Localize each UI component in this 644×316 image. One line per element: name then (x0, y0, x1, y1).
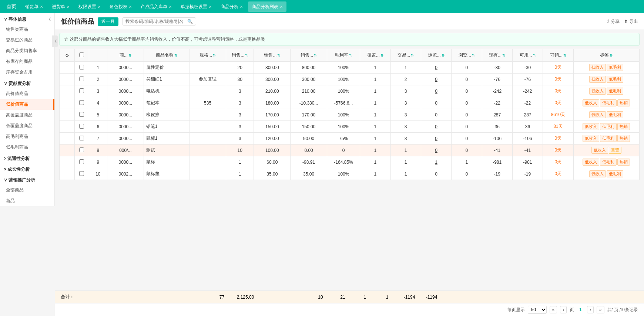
row-select-checkbox[interactable] (79, 65, 84, 69)
row-checkbox[interactable] (75, 62, 89, 74)
col-view1[interactable]: 浏览...⇅ (421, 49, 451, 62)
nav-close-analysis[interactable]: ✕ (240, 5, 243, 9)
nav-close-purchase[interactable]: ✕ (67, 5, 70, 9)
sidebar-item-stock-goods[interactable]: 有库存的商品 (0, 56, 54, 67)
sidebar-item-high-value[interactable]: 高价值商品 (0, 88, 54, 99)
sidebar-item-high-gross[interactable]: 高毛利商品 (0, 131, 54, 142)
row-gear[interactable] (60, 121, 75, 133)
nav-close-permission[interactable]: ✕ (98, 5, 101, 9)
export-button[interactable]: ⬆ 导出 (624, 18, 638, 25)
row-select-checkbox[interactable] (79, 136, 84, 140)
view1-link[interactable]: 0 (435, 171, 437, 177)
nav-close-analysis-list[interactable]: ✕ (280, 5, 283, 9)
view1-link[interactable]: 0 (435, 101, 437, 106)
sidebar-item-traded-goods[interactable]: 交易过的商品 (0, 35, 54, 45)
col-avail[interactable]: 可用...⇅ (512, 49, 543, 62)
row-view1[interactable]: 0 (421, 97, 451, 109)
row-view1[interactable]: 0 (421, 85, 451, 97)
row-gear[interactable] (60, 109, 75, 121)
sidebar-section-marketing[interactable]: ∨ 营销推广分析 (0, 174, 54, 185)
col-checkbox-all[interactable] (75, 49, 89, 62)
col-gear[interactable]: ⚙ (60, 49, 75, 62)
sidebar-collapse-button[interactable]: 《 (52, 35, 58, 47)
nav-close-template[interactable]: ✕ (209, 5, 212, 9)
col-code[interactable]: 商...⇅ (107, 49, 144, 62)
row-view1[interactable]: 0 (421, 145, 451, 156)
row-select-checkbox[interactable] (79, 124, 84, 129)
search-input[interactable] (125, 19, 187, 24)
row-gear[interactable] (60, 156, 75, 168)
sidebar-section-growth[interactable]: > 成长性分析 (0, 163, 54, 174)
row-view1[interactable]: 0 (421, 62, 451, 74)
col-stock[interactable]: 现有...⇅ (482, 49, 512, 62)
row-view1[interactable]: 0 (421, 109, 451, 121)
last-page-button[interactable]: » (597, 306, 604, 313)
col-gross-rate[interactable]: 毛利率⇅ (327, 49, 360, 62)
view1-link[interactable]: 0 (435, 148, 437, 153)
nav-close-role[interactable]: ✕ (129, 5, 132, 9)
col-tag[interactable]: 标签⇅ (573, 49, 640, 62)
nav-close-product-stock[interactable]: ✕ (169, 5, 172, 9)
col-spec[interactable]: 规格...⇅ (189, 49, 226, 62)
view1-link[interactable]: 1 (435, 160, 437, 165)
view1-link[interactable]: 0 (435, 77, 437, 82)
row-select-checkbox[interactable] (79, 100, 84, 105)
sidebar-section-contribution[interactable]: ∨ 贡献度分析 (0, 78, 54, 88)
view1-link[interactable]: 0 (435, 112, 437, 118)
row-checkbox[interactable] (75, 85, 89, 97)
col-sale-qty[interactable]: 销售...⇅ (226, 49, 254, 62)
sidebar-item-low-value[interactable]: 低价值商品 (0, 99, 54, 110)
row-gear[interactable] (60, 74, 75, 85)
col-trade[interactable]: 交易...⇅ (390, 49, 421, 62)
row-checkbox[interactable] (75, 133, 89, 145)
nav-role[interactable]: 角色授权 ✕ (106, 1, 135, 12)
sidebar-item-sales-goods[interactable]: 销售类商品 (0, 24, 54, 35)
next-page-button[interactable]: › (587, 306, 594, 313)
sidebar-item-new-goods[interactable]: 新品 (0, 196, 54, 206)
row-select-checkbox[interactable] (79, 147, 84, 152)
row-view1[interactable]: 0 (421, 168, 451, 180)
sidebar-item-high-coverage[interactable]: 高覆盖度商品 (0, 110, 54, 120)
row-select-checkbox[interactable] (79, 171, 84, 176)
col-sale-avg[interactable]: 销售...⇅ (291, 49, 327, 62)
nav-close-sales[interactable]: ✕ (40, 5, 43, 9)
row-gear[interactable] (60, 145, 75, 156)
view1-link[interactable]: 0 (435, 124, 437, 129)
col-sell[interactable]: 可销...⇅ (543, 49, 573, 62)
row-checkbox[interactable] (75, 156, 89, 168)
row-view1[interactable]: 0 (421, 74, 451, 85)
nav-analysis-list[interactable]: 商品分析列表 ✕ (248, 1, 286, 12)
row-checkbox[interactable] (75, 145, 89, 156)
row-select-checkbox[interactable] (79, 112, 84, 117)
nav-home[interactable]: 首页 (3, 1, 20, 12)
row-checkbox[interactable] (75, 121, 89, 133)
sidebar-item-category-rate[interactable]: 商品分类销售率 (0, 45, 54, 56)
share-button[interactable]: ⤴ 分享 (607, 18, 620, 25)
nav-product-stock[interactable]: 产成品入库单 ✕ (137, 1, 175, 12)
row-checkbox[interactable] (75, 109, 89, 121)
col-sale-amt[interactable]: 销售...⇅ (254, 49, 291, 62)
view1-link[interactable]: 0 (435, 89, 437, 94)
row-select-checkbox[interactable] (79, 159, 84, 164)
col-view2[interactable]: 浏览...⇅ (452, 49, 482, 62)
row-select-checkbox[interactable] (79, 88, 84, 93)
row-checkbox[interactable] (75, 74, 89, 85)
row-view1[interactable]: 0 (421, 133, 451, 145)
prev-page-button[interactable]: ‹ (560, 306, 567, 313)
row-view1[interactable]: 0 (421, 121, 451, 133)
row-gear[interactable] (60, 97, 75, 109)
search-icon[interactable]: 🔍 (187, 19, 193, 24)
nav-purchase[interactable]: 进货单 ✕ (48, 1, 73, 12)
first-page-button[interactable]: « (550, 306, 557, 313)
row-select-checkbox[interactable] (79, 77, 84, 81)
sidebar-item-low-gross[interactable]: 低毛利商品 (0, 142, 54, 153)
col-name[interactable]: 商品名称⇅ (144, 49, 189, 62)
row-checkbox[interactable] (75, 97, 89, 109)
row-checkbox[interactable] (75, 168, 89, 180)
sidebar-item-all-goods[interactable]: 全部商品 (0, 185, 54, 196)
row-view1[interactable]: 1 (421, 156, 451, 168)
sidebar-section-overall[interactable]: ∨ 整体信息 《 (0, 13, 54, 24)
sidebar-item-capital[interactable]: 库存资金占用 (0, 67, 54, 78)
sidebar-item-low-coverage[interactable]: 低覆盖度商品 (0, 120, 54, 131)
nav-permission[interactable]: 权限设置 ✕ (75, 1, 104, 12)
